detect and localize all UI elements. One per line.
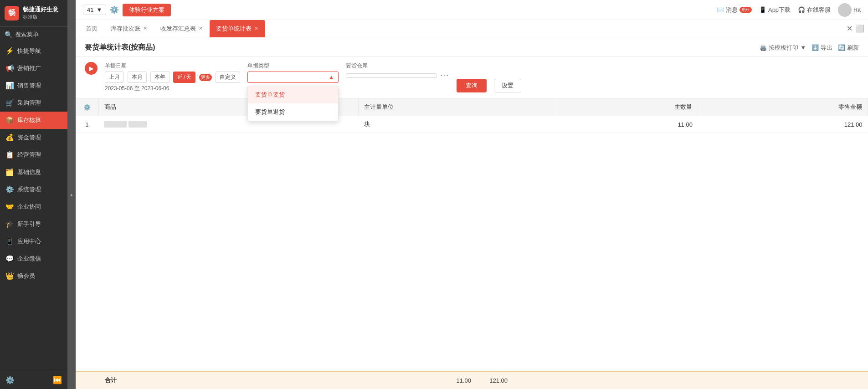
cell-unit: 块	[359, 116, 557, 133]
sidebar-item-purchase[interactable]: 🛒 采购管理	[0, 94, 67, 112]
table-row: 1 块 11.00 121.00	[76, 116, 868, 133]
quick-icon: ⚡	[5, 47, 14, 55]
sidebar-scroll-handle[interactable]: ▲	[67, 0, 76, 389]
tab-home[interactable]: 首页	[79, 20, 104, 37]
tabs-close-all-icon[interactable]: ✕	[847, 24, 853, 33]
topbar: 41 ▼ ⚙️ 体验行业方案 ✉️ 消息 99+ 📱 App下载 🎧 在线客服	[76, 0, 868, 20]
sidebar-footer: ⚙️ ⏮️	[0, 371, 67, 389]
purchase-icon: 🛒	[5, 99, 14, 107]
date-btn-this-month[interactable]: 本月	[128, 72, 147, 83]
printer-icon: 🖨️	[760, 44, 767, 51]
date-filter-row: 上月 本月 本年 近7天 更多 自定义	[105, 72, 240, 83]
company-selector[interactable]: 41 ▼	[83, 5, 106, 15]
enterprise-icon: 🤝	[5, 203, 14, 211]
industry-button[interactable]: 体验行业方案	[123, 4, 171, 16]
refresh-icon: 🔄	[838, 44, 845, 51]
app-download-button[interactable]: 📱 App下载	[759, 6, 791, 14]
export-button[interactable]: ⬇️ 导出	[812, 44, 832, 52]
type-filter-row: ▲	[247, 72, 339, 83]
sidebar-item-guide[interactable]: 🎓 新手引导	[0, 215, 67, 233]
sidebar-item-appstore[interactable]: 📱 应用中心	[0, 233, 67, 250]
message-button[interactable]: ✉️ 消息 99+	[717, 6, 752, 14]
type-select-box[interactable]: ▲	[247, 72, 339, 83]
warehouse-more-button[interactable]: ···	[441, 72, 449, 80]
col-settings[interactable]: ⚙️	[76, 98, 98, 116]
phone-icon: 📱	[759, 6, 766, 13]
sidebar-item-enterprise[interactable]: 🤝 企业协同	[0, 198, 67, 215]
sidebar-item-basic[interactable]: 🗂️ 基础信息	[0, 164, 67, 181]
sidebar-nav: ⚡ 快捷导航 📢 营销推广 📊 销售管理 🛒 采购管理 📦 库存核算 💰 资金管…	[0, 42, 67, 371]
sidebar-item-quick[interactable]: ⚡ 快捷导航	[0, 42, 67, 60]
sidebar-item-inventory[interactable]: 📦 库存核算	[0, 112, 67, 129]
dropdown-item-order-return[interactable]: 要货单退货	[248, 103, 338, 121]
sidebar-item-wechat[interactable]: 💬 企业微信	[0, 250, 67, 267]
sidebar-item-system[interactable]: ⚙️ 系统管理	[0, 181, 67, 198]
sidebar-item-finance[interactable]: 💰 资金管理	[0, 129, 67, 146]
user-avatar[interactable]: Rit	[838, 3, 861, 17]
vip-icon: 👑	[5, 272, 14, 280]
filter-bar: ▶ 单据日期 上月 本月 本年 近7天 更多 自定义 2023-05-06 至 …	[76, 56, 868, 98]
product-name-placeholder	[104, 121, 353, 128]
print-dropdown-icon: ▼	[800, 44, 806, 51]
chevron-down-icon: ▼	[96, 6, 102, 13]
column-settings-icon[interactable]: ⚙️	[83, 104, 91, 111]
page-title: 要货单统计表(按商品)	[85, 43, 155, 52]
date-btn-custom[interactable]: 自定义	[216, 72, 240, 83]
online-service-button[interactable]: 🎧 在线客服	[798, 6, 831, 14]
type-filter-label: 单据类型	[247, 62, 339, 70]
tabs-expand-icon[interactable]: ⬜	[855, 24, 864, 33]
date-btn-last-month[interactable]: 上月	[105, 72, 124, 83]
close-tab-order-stats[interactable]: ✕	[254, 26, 258, 31]
summary-main-qty: 11.00	[440, 377, 477, 384]
type-dropdown-overlay: 要货单要货 要货单退货	[247, 86, 339, 121]
query-button[interactable]: 查询	[457, 79, 487, 92]
data-table: ⚙️ 商品 主计量单位 主数量 零售金额	[76, 98, 868, 133]
close-tab-inventory[interactable]: ✕	[143, 26, 147, 31]
marketing-icon: 📢	[5, 64, 14, 72]
tab-order-stats[interactable]: 要货单统计表 ✕	[210, 20, 265, 37]
dropdown-item-order-goods[interactable]: 要货单要货	[248, 86, 338, 103]
guide-icon: 🎓	[5, 220, 14, 228]
summary-label: 合计	[76, 376, 294, 384]
setup-button[interactable]: 设置	[494, 79, 521, 92]
refresh-button[interactable]: 🔄 刷新	[838, 44, 859, 52]
tab-inventory[interactable]: 库存批次账 ✕	[104, 20, 154, 37]
sidebar-search[interactable]: 🔍 搜索菜单	[0, 27, 67, 42]
table-header: ⚙️ 商品 主计量单位 主数量 零售金额	[76, 98, 868, 116]
type-dropdown-menu: 要货单要货 要货单退货	[247, 86, 339, 121]
topbar-settings-icon[interactable]: ⚙️	[110, 5, 119, 14]
warehouse-filter-label: 要货仓库	[346, 62, 449, 70]
sidebar-item-vip[interactable]: 👑 畅会员	[0, 267, 67, 285]
headset-icon: 🎧	[798, 6, 805, 13]
expand-filter-button[interactable]: ▶	[85, 62, 98, 75]
warehouse-select-box[interactable]	[346, 73, 437, 78]
date-btn-recent7[interactable]: 近7天	[173, 72, 195, 83]
table-area: ⚙️ 商品 主计量单位 主数量 零售金额	[76, 98, 868, 371]
col-unit: 主计量单位	[359, 98, 557, 116]
summary-retail-amt: 121.00	[477, 377, 513, 384]
settings-icon[interactable]: ⚙️	[5, 376, 15, 384]
app-logo-icon: 畅	[5, 6, 19, 20]
cell-retail-amt: 121.00	[698, 116, 868, 133]
tabs-actions: ✕ ⬜	[843, 24, 868, 33]
more-dates-badge[interactable]: 更多	[199, 74, 212, 81]
topbar-left: 41 ▼ ⚙️ 体验行业方案	[83, 4, 171, 16]
sidebar-item-marketing[interactable]: 📢 营销推广	[0, 60, 67, 77]
search-icon: 🔍	[5, 31, 12, 38]
collapse-sidebar-icon[interactable]: ⏮️	[53, 376, 62, 384]
page-header: 要货单统计表(按商品) 🖨️ 按模板打印 ▼ ⬇️ 导出 🔄 刷新	[76, 37, 868, 56]
table-header-row: ⚙️ 商品 主计量单位 主数量 零售金额	[76, 98, 868, 116]
col-retail-amt: 零售金额	[698, 98, 868, 116]
print-button[interactable]: 🖨️ 按模板打印 ▼	[760, 44, 806, 52]
date-btn-this-year[interactable]: 本年	[150, 72, 169, 83]
basic-icon: 🗂️	[5, 168, 14, 176]
sidebar-item-sales[interactable]: 📊 销售管理	[0, 77, 67, 94]
close-tab-collection[interactable]: ✕	[199, 26, 203, 31]
tab-collection[interactable]: 收发存汇总表 ✕	[154, 20, 210, 37]
type-dropdown-arrow: ▲	[329, 74, 334, 81]
app-logo-text: 畅捷通好生意 标准版	[23, 5, 58, 21]
cell-seq: 1	[76, 116, 98, 133]
sidebar-item-operation[interactable]: 📋 经营管理	[0, 146, 67, 164]
type-filter-group: 单据类型 ▲ 要货单要货 要货单退货	[247, 62, 339, 83]
main-content: 41 ▼ ⚙️ 体验行业方案 ✉️ 消息 99+ 📱 App下载 🎧 在线客服	[76, 0, 868, 389]
